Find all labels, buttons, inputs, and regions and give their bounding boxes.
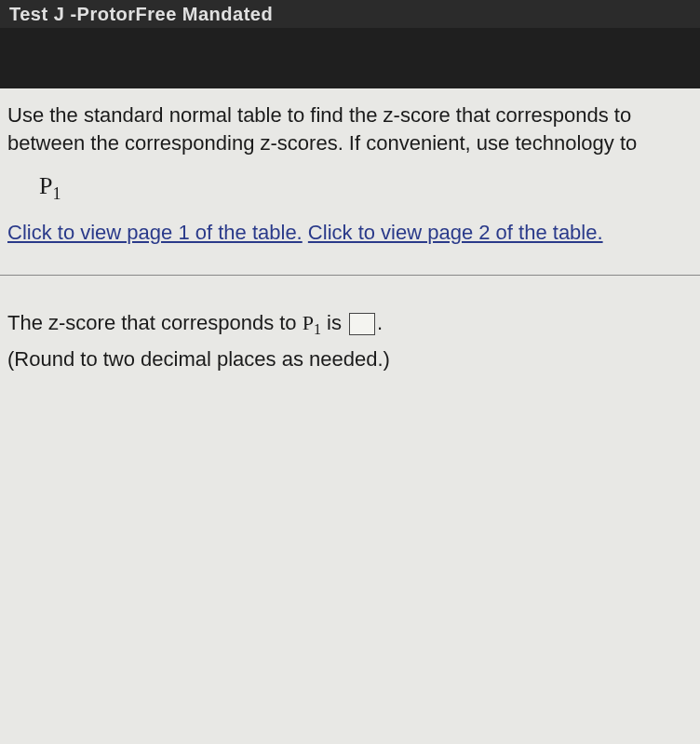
rounding-note: (Round to two decimal places as needed.) — [7, 345, 691, 373]
percentile-p: P — [39, 172, 52, 199]
header-bar: Test J -ProtorFree Mandated — [0, 0, 700, 28]
header-title: Test J -ProtorFree Mandated — [9, 4, 273, 25]
zscore-input[interactable] — [349, 313, 375, 335]
table-links: Click to view page 1 of the table. Click… — [7, 219, 691, 247]
link-table-page-2[interactable]: Click to view page 2 of the table. — [308, 221, 603, 244]
percentile-label: P1 — [39, 169, 691, 205]
answer-p-label: P — [303, 311, 314, 334]
instruction-text: Use the standard normal table to find th… — [7, 101, 691, 156]
question-panel: Use the standard normal table to find th… — [0, 88, 700, 744]
percentile-sub: 1 — [52, 185, 61, 204]
answer-line: The z-score that corresponds to P1 is . — [7, 309, 691, 340]
answer-suffix: . — [377, 311, 383, 334]
instruction-line-1: Use the standard normal table to find th… — [7, 103, 631, 127]
link-table-page-1[interactable]: Click to view page 1 of the table. — [7, 221, 303, 244]
answer-mid: is — [321, 311, 347, 334]
header-gap — [0, 28, 700, 88]
answer-prefix: The z-score that corresponds to — [7, 311, 303, 334]
section-divider — [0, 275, 700, 276]
instruction-line-2: between the corresponding z-scores. If c… — [7, 131, 637, 155]
answer-p-sub: 1 — [314, 321, 321, 337]
